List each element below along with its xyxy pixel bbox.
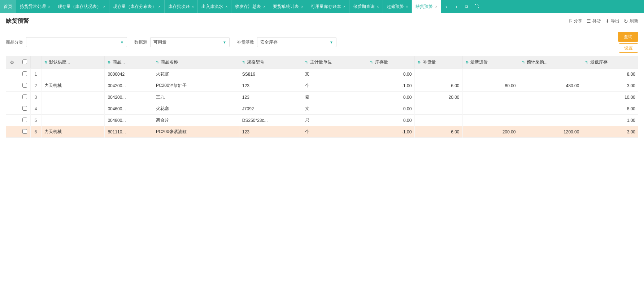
row-supplier-5: 力天机械 <box>41 126 105 138</box>
row-goods-code-4: 004800... <box>105 115 153 126</box>
tab-stock-dist[interactable]: 现存量（库存分布表） × <box>109 0 165 13</box>
row-stock-qty-2: 0.00 <box>367 92 415 103</box>
col-header-replenish-qty[interactable]: ⇅ 补货量 <box>415 56 462 69</box>
latest-price-sort-icon: ⇅ <box>466 60 469 64</box>
col-header-unit[interactable]: ⇅ 主计量单位 <box>302 56 367 69</box>
tab-stock-status[interactable]: 现存量（库存状况表） × <box>54 0 109 13</box>
select-all-checkbox[interactable] <box>22 59 27 64</box>
tab-receive-close[interactable]: × <box>263 5 265 9</box>
tab-home[interactable]: 首页 <box>0 0 16 13</box>
table-header-row: ⚙ ⇅ 默认供应... ⇅ 商品... <box>6 56 638 69</box>
row-min-stock-4: 1.00 <box>582 115 638 126</box>
refresh-button[interactable]: ↻ 刷新 <box>624 18 638 24</box>
col-header-min-stock[interactable]: ⇅ 最低库存 <box>582 56 638 69</box>
tab-expiry-close[interactable]: × <box>377 5 379 9</box>
col-header-checkbox[interactable] <box>19 56 30 69</box>
tab-inout-close[interactable]: × <box>225 5 227 9</box>
tab-expiry-label: 保质期查询 <box>353 4 375 10</box>
row-supplier-3 <box>41 103 105 115</box>
spec-sort-icon: ⇅ <box>242 60 245 64</box>
tab-window-btn[interactable]: ⧉ <box>461 0 471 13</box>
row-checkbox-0[interactable] <box>22 71 27 76</box>
col-header-goods-code[interactable]: ⇅ 商品... <box>105 56 153 69</box>
row-replenish-qty-0 <box>415 69 462 80</box>
col-header-goods-name[interactable]: ⇅ 商品名称 <box>153 56 239 69</box>
row-unit-0: 支 <box>302 69 367 80</box>
row-replenish-qty-2: 20.00 <box>415 92 462 103</box>
header-actions: ⎘ 分享 ☰ 补货 ⬇ 导出 ↻ 刷新 <box>569 18 638 24</box>
tab-available-close[interactable]: × <box>343 5 345 9</box>
tab-prev-btn[interactable]: ‹ <box>441 0 451 13</box>
tab-order[interactable]: 要货单统计表 × <box>269 0 307 13</box>
settings-gear-icon[interactable]: ⚙ <box>10 59 14 65</box>
tab-shortage[interactable]: 缺货预警 × <box>412 0 441 13</box>
tab-abnormal[interactable]: 拣货异常处理 × <box>16 0 54 13</box>
category-select[interactable]: ▼ <box>26 37 127 47</box>
row-supplier-4 <box>41 115 105 126</box>
replenish-button[interactable]: ☰ 补货 <box>587 18 601 24</box>
row-settings-cell <box>6 126 19 138</box>
tab-available[interactable]: 可用量库存账本 × <box>307 0 349 13</box>
tab-overstock[interactable]: 超储预警 × <box>383 0 412 13</box>
row-checkbox-cell[interactable] <box>19 126 30 138</box>
export-button[interactable]: ⬇ 导出 <box>605 18 619 24</box>
tab-batch-close[interactable]: × <box>192 5 194 9</box>
tab-receive[interactable]: 收发存汇总表 × <box>231 0 269 13</box>
col-header-spec[interactable]: ⇅ 规格型号 <box>239 56 302 69</box>
tab-stock-status-close[interactable]: × <box>103 5 105 9</box>
main-content: 缺货预警 ⎘ 分享 ☰ 补货 ⬇ 导出 ↻ 刷新 <box>0 13 644 287</box>
tab-batch[interactable]: 库存批次账 × <box>165 0 198 13</box>
tab-inout-label: 出入库流水 <box>201 4 223 10</box>
tab-receive-label: 收发存汇总表 <box>235 4 261 10</box>
tab-next-btn[interactable]: › <box>451 0 461 13</box>
row-checkbox-4[interactable] <box>22 118 27 122</box>
est-purchase-sort-icon: ⇅ <box>522 60 525 64</box>
row-settings-cell <box>6 115 19 126</box>
row-unit-5: 个 <box>302 126 367 138</box>
share-button[interactable]: ⎘ 分享 <box>569 18 582 24</box>
col-header-est-purchase[interactable]: ⇅ 预计采购... <box>519 56 582 69</box>
row-checkbox-3[interactable] <box>22 106 27 111</box>
row-checkbox-cell[interactable] <box>19 103 30 115</box>
tab-fullscreen-btn[interactable]: ⛶ <box>471 0 482 13</box>
table-row: 5 004800... 离合片 DS250*23c... 只 0.00 1.00 <box>6 115 638 126</box>
category-filter-group: 商品分类 ▼ <box>6 37 127 47</box>
tab-overstock-label: 超储预警 <box>387 4 404 10</box>
col-header-stock-qty[interactable]: ⇅ 库存量 <box>367 56 415 69</box>
table-row: 3 004200... 三九 123 箱 0.00 20.00 10.00 <box>6 92 638 103</box>
col-header-settings[interactable]: ⚙ <box>6 56 19 69</box>
tab-overstock-close[interactable]: × <box>406 5 408 9</box>
row-checkbox-cell[interactable] <box>19 92 30 103</box>
row-checkbox-cell[interactable] <box>19 115 30 126</box>
query-button[interactable]: 查询 <box>618 32 638 42</box>
row-checkbox-cell[interactable] <box>19 69 30 80</box>
row-latest-price-0 <box>462 69 519 80</box>
row-spec-5: 123 <box>239 126 302 138</box>
filter-actions: 查询 设置 <box>618 32 638 53</box>
row-checkbox-1[interactable] <box>22 83 27 88</box>
row-supplier-1: 力天机械 <box>41 80 105 92</box>
col-header-latest-price[interactable]: ⇅ 最新进价 <box>462 56 519 69</box>
row-settings-cell <box>6 80 19 92</box>
row-goods-code-0: 0000042 <box>105 69 153 80</box>
tab-stock-dist-label: 现存量（库存分布表） <box>113 4 156 10</box>
datasource-select[interactable]: 可用量 ▼ <box>150 37 230 47</box>
tab-inout[interactable]: 出入库流水 × <box>198 0 231 13</box>
page-title: 缺货预警 <box>6 17 29 25</box>
datasource-value: 可用量 <box>153 39 166 45</box>
row-est-purchase-4 <box>519 115 582 126</box>
replenish-select[interactable]: 安全库存 ▼ <box>257 37 336 47</box>
row-checkbox-cell[interactable] <box>19 80 30 92</box>
category-arrow-icon: ▼ <box>120 40 124 44</box>
tab-abnormal-close[interactable]: × <box>48 5 50 9</box>
col-header-supplier[interactable]: ⇅ 默认供应... <box>41 56 105 69</box>
settings-button[interactable]: 设置 <box>619 43 638 53</box>
row-settings-cell <box>6 103 19 115</box>
row-checkbox-5[interactable] <box>22 129 27 134</box>
tab-shortage-close[interactable]: × <box>435 5 437 9</box>
row-checkbox-2[interactable] <box>22 94 27 99</box>
tab-order-close[interactable]: × <box>301 5 303 9</box>
tab-stock-dist-close[interactable]: × <box>158 5 161 9</box>
tab-shortage-label: 缺货预警 <box>415 4 433 10</box>
tab-expiry[interactable]: 保质期查询 × <box>349 0 383 13</box>
